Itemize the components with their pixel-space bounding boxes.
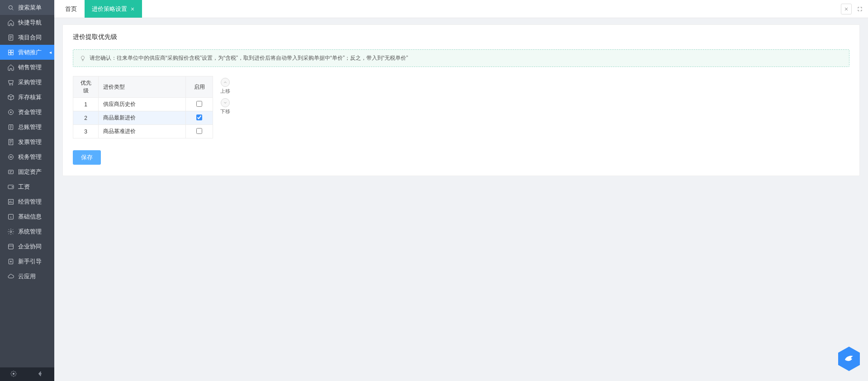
- svg-rect-2: [9, 50, 11, 52]
- svg-rect-18: [9, 244, 14, 249]
- sidebar-item-15[interactable]: 系统管理: [0, 224, 54, 239]
- save-button[interactable]: 保存: [73, 150, 101, 165]
- move-down-button[interactable]: [221, 98, 230, 107]
- priority-table: 优先级 进价类型 启用 1供应商历史价2商品最新进价3商品基准进价: [73, 76, 213, 138]
- close-all-tabs-button[interactable]: [841, 4, 852, 14]
- enable-checkbox[interactable]: [196, 101, 202, 107]
- sidebar-item-10[interactable]: 税务管理: [0, 149, 54, 164]
- sidebar-item-label: 项目合同: [18, 33, 42, 42]
- assistant-fab[interactable]: [838, 347, 860, 371]
- cell-type: 供应商历史价: [99, 98, 186, 111]
- tab-0[interactable]: 首页: [58, 0, 85, 18]
- tax-icon: [7, 153, 14, 161]
- sidebar-item-6[interactable]: 库存核算: [0, 90, 54, 105]
- home-icon: [7, 64, 14, 71]
- table-row[interactable]: 2商品最新进价: [73, 111, 213, 125]
- invoice-icon: [7, 138, 14, 146]
- sidebar-item-9[interactable]: 发票管理: [0, 134, 54, 149]
- sidebar-item-2[interactable]: 项目合同: [0, 30, 54, 45]
- enable-checkbox[interactable]: [196, 114, 202, 120]
- sidebar-item-label: 资金管理: [18, 108, 42, 116]
- cell-enabled: [186, 111, 213, 125]
- sidebar-item-label: 基础信息: [18, 213, 42, 221]
- sidebar-item-1[interactable]: 快捷导航: [0, 15, 54, 30]
- sidebar-item-16[interactable]: 企业协同: [0, 239, 54, 254]
- info-tip-text: 请您确认：往来单位中的供应商“采购报价含税”设置，为“含税”，取到进价后将自动带…: [90, 54, 408, 62]
- coin-icon: [7, 109, 14, 116]
- svg-rect-19: [9, 259, 13, 264]
- sidebar-item-0[interactable]: 搜索菜单: [0, 0, 54, 15]
- col-enabled: 启用: [186, 76, 213, 98]
- table-row[interactable]: 3商品基准进价: [73, 125, 213, 138]
- doc-icon: [7, 34, 14, 41]
- sidebar-item-8[interactable]: 总账管理: [0, 119, 54, 134]
- cell-priority: 2: [73, 111, 99, 125]
- move-up-label: 上移: [220, 88, 230, 95]
- cell-type: 商品基准进价: [99, 125, 186, 138]
- sidebar-item-11[interactable]: 固定资产: [0, 164, 54, 179]
- tab-bar: 首页进价策略设置×: [54, 0, 868, 18]
- ledger-icon: [7, 124, 14, 131]
- tab-close-icon[interactable]: ×: [131, 6, 134, 12]
- sidebar-item-label: 工资: [18, 183, 30, 191]
- svg-rect-12: [9, 170, 14, 174]
- info-icon: [7, 213, 14, 220]
- sidebar-item-7[interactable]: 资金管理: [0, 105, 54, 119]
- enable-checkbox[interactable]: [196, 128, 202, 134]
- sidebar-item-label: 发票管理: [18, 138, 42, 146]
- sidebar-item-label: 搜索菜单: [18, 4, 42, 12]
- home-icon: [7, 19, 14, 26]
- grid-icon: [7, 49, 14, 56]
- sidebar-item-label: 新手引导: [18, 257, 42, 266]
- settings-button[interactable]: [0, 371, 27, 378]
- lightbulb-icon: [80, 55, 86, 62]
- sidebar-item-label: 库存核算: [18, 93, 42, 101]
- search-icon: [7, 4, 14, 11]
- sidebar-item-label: 经营管理: [18, 198, 42, 206]
- svg-point-20: [10, 261, 12, 262]
- svg-point-6: [9, 84, 10, 85]
- bird-icon: [838, 347, 860, 371]
- svg-rect-3: [11, 50, 14, 52]
- sidebar-item-3[interactable]: 营销推广◂: [0, 45, 54, 60]
- svg-point-11: [9, 154, 14, 159]
- wallet-icon: [7, 183, 14, 190]
- col-priority: 优先级: [73, 76, 99, 98]
- sidebar-item-18[interactable]: 云应用: [0, 269, 54, 284]
- collab-icon: [7, 243, 14, 250]
- move-down-label: 下移: [220, 108, 230, 115]
- sidebar-item-label: 营销推广: [18, 48, 42, 57]
- sidebar-item-4[interactable]: 销售管理: [0, 60, 54, 75]
- sidebar: 搜索菜单快捷导航项目合同营销推广◂销售管理采购管理库存核算资金管理总账管理发票管…: [0, 0, 54, 381]
- tab-label: 首页: [65, 5, 77, 13]
- tab-1[interactable]: 进价策略设置×: [85, 0, 142, 18]
- fullscreen-button[interactable]: [854, 4, 865, 14]
- tab-label: 进价策略设置: [92, 5, 127, 13]
- sidebar-item-12[interactable]: 工资: [0, 179, 54, 194]
- info-tip: 请您确认：往来单位中的供应商“采购报价含税”设置，为“含税”，取到进价后将自动带…: [73, 49, 849, 67]
- col-type: 进价类型: [99, 76, 186, 98]
- cell-enabled: [186, 98, 213, 111]
- table-row[interactable]: 1供应商历史价: [73, 98, 213, 111]
- svg-point-17: [10, 231, 12, 233]
- guide-icon: [7, 258, 14, 265]
- sidebar-item-label: 企业协同: [18, 243, 42, 251]
- sidebar-item-14[interactable]: 基础信息: [0, 209, 54, 224]
- box-icon: [7, 94, 14, 101]
- cart-icon: [7, 79, 14, 86]
- main: 首页进价策略设置× 进价提取优先级 请您确认：往来单位中的供应商“采购报价含税”…: [54, 0, 868, 381]
- settings-card: 进价提取优先级 请您确认：往来单位中的供应商“采购报价含税”设置，为“含税”，取…: [62, 24, 860, 176]
- collapse-sidebar-button[interactable]: [27, 371, 54, 378]
- cell-priority: 3: [73, 125, 99, 138]
- sidebar-item-5[interactable]: 采购管理: [0, 75, 54, 90]
- sidebar-footer: [0, 367, 54, 381]
- sidebar-item-13[interactable]: 经营管理: [0, 194, 54, 209]
- svg-point-7: [12, 84, 13, 85]
- sidebar-item-label: 云应用: [18, 272, 36, 281]
- svg-rect-10: [9, 139, 13, 145]
- sidebar-item-label: 总账管理: [18, 123, 42, 131]
- sidebar-item-17[interactable]: 新手引导: [0, 254, 54, 269]
- page-title: 进价提取优先级: [73, 33, 849, 41]
- page-body: 进价提取优先级 请您确认：往来单位中的供应商“采购报价含税”设置，为“含税”，取…: [54, 18, 868, 381]
- move-up-button[interactable]: [221, 78, 230, 87]
